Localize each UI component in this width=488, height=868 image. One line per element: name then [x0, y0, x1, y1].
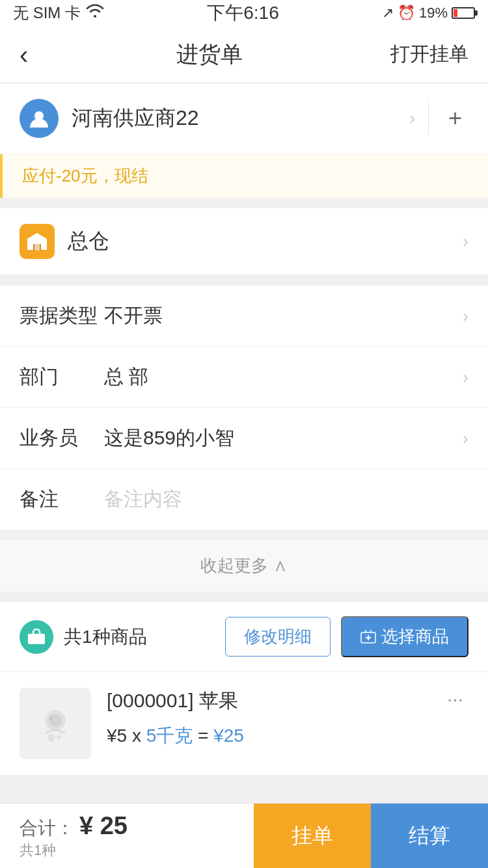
subtotal: ¥25 — [213, 726, 244, 746]
collapse-row[interactable]: 收起更多 ∧ — [0, 540, 488, 591]
remark-input[interactable]: 备注内容 — [104, 486, 468, 513]
dept-label: 部门 — [20, 364, 104, 390]
supplier-section: 河南供应商22 › + 应付-20元，现结 — [0, 83, 488, 198]
remark-label: 备注 — [20, 486, 104, 513]
svg-text:督十: 督十 — [47, 733, 63, 742]
more-options-button[interactable]: ··· — [442, 688, 468, 710]
product-thumbnail: 督十 — [20, 688, 91, 759]
svg-rect-3 — [34, 244, 40, 251]
form-section: 票据类型 不开票 › 部门 总 部 › 业务员 这是859的小智 › 备注 备注… — [0, 285, 488, 530]
supplier-notice: 应付-20元，现结 — [0, 154, 488, 198]
status-bar: 无 SIM 卡 下午6:16 ↗ ⏰ 19% — [0, 0, 488, 26]
battery-icon — [452, 7, 475, 19]
unit-price: ¥5 — [107, 726, 127, 746]
time-label: 下午6:16 — [207, 1, 279, 25]
remark-row[interactable]: 备注 备注内容 — [0, 468, 488, 530]
total-sub-label: 共1种 — [20, 841, 128, 860]
select-product-label: 选择商品 — [381, 625, 449, 648]
status-left: 无 SIM 卡 — [13, 3, 104, 23]
svg-rect-4 — [28, 634, 45, 644]
open-pending-button[interactable]: 打开挂单 — [390, 41, 468, 68]
total-amount: ¥ 25 — [79, 812, 128, 840]
product-name: [0000001] 苹果 — [107, 688, 442, 714]
supplier-name: 河南供应商22 — [72, 104, 403, 133]
warehouse-icon — [20, 224, 55, 259]
invoice-row[interactable]: 票据类型 不开票 › — [0, 285, 488, 346]
svg-point-10 — [49, 716, 53, 720]
add-supplier-button[interactable]: + — [442, 105, 468, 132]
product-item: 督十 [0000001] 苹果 ¥5 x 5千克 = ¥25 ··· — [0, 672, 488, 775]
alarm-icon: ⏰ — [398, 5, 415, 21]
invoice-label: 票据类型 — [20, 303, 104, 329]
divider — [428, 102, 429, 135]
quantity: 5千克 — [146, 726, 193, 746]
warehouse-chevron-icon: › — [463, 231, 468, 252]
supplier-row[interactable]: 河南供应商22 › + — [0, 83, 488, 154]
status-right: ↗ ⏰ 19% — [382, 5, 475, 21]
sales-label: 业务员 — [20, 425, 104, 452]
nav-bar: ‹ 进货单 打开挂单 — [0, 26, 488, 83]
equals-sign: = — [198, 726, 213, 746]
product-info: [0000001] 苹果 ¥5 x 5千克 = ¥25 — [107, 688, 442, 748]
location-icon: ↗ — [382, 5, 394, 21]
back-button[interactable]: ‹ — [20, 42, 28, 68]
product-header: 共1种商品 修改明细 选择商品 — [0, 602, 488, 672]
invoice-value: 不开票 — [104, 303, 456, 329]
checkout-label: 结算 — [409, 822, 450, 850]
collapse-label: 收起更多 ∧ — [200, 554, 287, 577]
select-product-button[interactable]: 选择商品 — [341, 616, 468, 657]
carrier-label: 无 SIM 卡 — [13, 3, 81, 23]
product-icon — [20, 620, 53, 654]
warehouse-row[interactable]: 总仓 › — [0, 208, 488, 275]
total-label: 合计： — [20, 816, 74, 841]
pending-button[interactable]: 挂单 — [254, 804, 371, 868]
sales-row[interactable]: 业务员 这是859的小智 › — [0, 407, 488, 468]
product-price-row: ¥5 x 5千克 = ¥25 — [107, 724, 442, 748]
bottom-bar: 合计： ¥ 25 共1种 挂单 结算 — [0, 803, 488, 868]
edit-detail-button[interactable]: 修改明细 — [225, 617, 331, 657]
wifi-icon — [86, 4, 104, 22]
pending-label: 挂单 — [291, 822, 333, 850]
total-area: 合计： ¥ 25 共1种 — [0, 804, 254, 868]
dept-chevron-icon: › — [463, 367, 468, 388]
battery-percent: 19% — [419, 5, 448, 21]
content: 河南供应商22 › + 应付-20元，现结 总仓 › 票据类型 不开票 — [0, 83, 488, 850]
products-section: 共1种商品 修改明细 选择商品 督十 — [0, 602, 488, 775]
sales-value: 这是859的小智 — [104, 425, 456, 452]
checkout-button[interactable]: 结算 — [371, 804, 488, 868]
sales-chevron-icon: › — [463, 428, 468, 449]
supplier-chevron-icon: › — [409, 108, 415, 129]
warehouse-name: 总仓 — [68, 227, 456, 256]
warehouse-section: 总仓 › — [0, 208, 488, 275]
invoice-chevron-icon: › — [463, 306, 468, 327]
dept-row[interactable]: 部门 总 部 › — [0, 346, 488, 407]
page-title: 进货单 — [176, 40, 243, 70]
supplier-avatar — [20, 99, 59, 138]
product-code: [0000001] — [107, 690, 193, 711]
product-title: 苹果 — [199, 690, 238, 711]
dept-value: 总 部 — [104, 364, 456, 390]
product-count: 共1种商品 — [64, 625, 225, 649]
multiply-sign: x — [132, 726, 146, 746]
